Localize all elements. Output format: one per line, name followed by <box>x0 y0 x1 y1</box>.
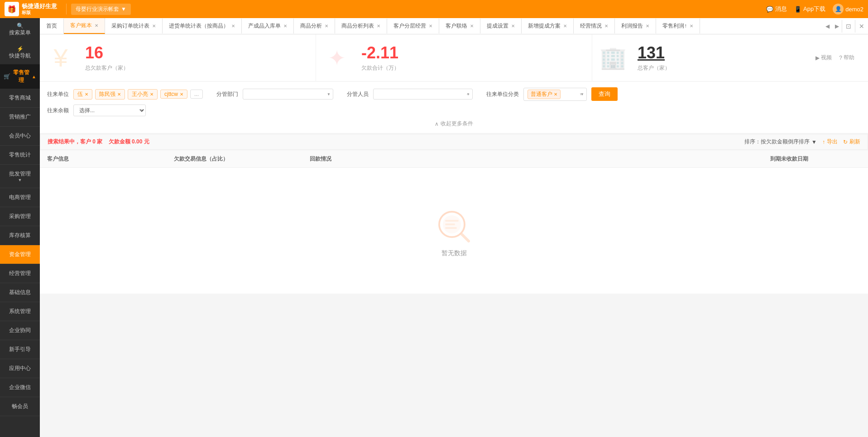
tag-remove-btn-4[interactable]: ✕ <box>180 92 183 97</box>
chevron-icon: ▲ <box>32 74 36 79</box>
export-btn[interactable]: ↑ 导出 <box>822 138 838 146</box>
workspace-dropdown[interactable]: 母婴行业演示帐套 ▼ <box>71 4 131 15</box>
tab-home[interactable]: 首页 <box>40 19 64 33</box>
tab-close-icon[interactable]: ✕ <box>604 24 608 28</box>
tab-stock-stats[interactable]: 进货单统计表（按商品） ✕ <box>163 19 242 33</box>
stat-label-1: 总欠款客户（家） <box>85 64 129 72</box>
search-button[interactable]: 查询 <box>591 87 618 101</box>
sidebar-item-system[interactable]: 系统管理 <box>0 302 40 321</box>
sidebar-item-member[interactable]: 会员中心 <box>0 127 40 146</box>
export-icon: ↑ <box>822 139 825 145</box>
svg-rect-4 <box>445 227 457 229</box>
col-header-return: 回款情况 <box>310 155 770 163</box>
tab-close-icon[interactable]: ✕ <box>377 24 380 28</box>
sidebar-item-basic-info[interactable]: 基础信息 <box>0 283 40 302</box>
table-header: 客户信息 欠款交易信息（占比） 回款情况 到期未收款日期 <box>40 151 868 168</box>
tag-remove-btn-2[interactable]: ✕ <box>117 92 121 97</box>
filter-tag-more[interactable]: ... <box>190 90 203 99</box>
sidebar-quick-nav[interactable]: ⚡ 快捷导航 <box>0 41 40 64</box>
sidebar-item-app-center[interactable]: 应用中心 <box>0 359 40 378</box>
tab-close-icon[interactable]: ✕ <box>429 24 432 28</box>
sidebar-item-purchase[interactable]: 采购管理 <box>0 207 40 226</box>
collapse-label: 收起更多条件 <box>441 120 473 128</box>
filter-dept-input[interactable] <box>243 89 333 100</box>
tab-prev-btn[interactable]: ◀ <box>823 19 832 33</box>
stat-value-3: 131 <box>638 43 670 62</box>
refresh-btn[interactable]: ↻ 刷新 <box>843 138 860 146</box>
sidebar-item-vip[interactable]: 畅会员 <box>0 397 40 416</box>
tab-close-icon[interactable]: ✕ <box>325 24 328 28</box>
stat-info-2: -2.11 欠款合计（万） <box>361 43 399 72</box>
filter-balance-wrapper: 选择... <box>73 104 146 116</box>
sidebar-item-inventory[interactable]: 库存核算 <box>0 226 40 245</box>
stat-info-1: 16 总欠款客户（家） <box>85 43 129 72</box>
collapse-row: ∧ 收起更多条件 <box>47 120 861 128</box>
sort-btn[interactable]: 排序：按欠款金额倒序排序 ▼ <box>744 138 817 146</box>
tab-add-commission[interactable]: 新增提成方案 ✕ <box>522 19 574 33</box>
tab-close-icon[interactable]: ✕ <box>152 24 156 28</box>
stat-value-1: 16 <box>85 43 129 62</box>
tag-label: 王小亮 <box>132 90 148 98</box>
tab-label: 利润报告 <box>621 22 643 30</box>
app-download-btn[interactable]: 📱 App下载 <box>794 5 825 13</box>
sidebar-item-newbie[interactable]: 新手引导 <box>0 340 40 359</box>
stat-total-customers: ¥ 16 总欠款客户（家） <box>40 34 316 81</box>
tab-close-icon[interactable]: ✕ <box>511 24 515 28</box>
tab-operations[interactable]: 经营情况 ✕ <box>574 19 615 33</box>
tab-product-analysis-list[interactable]: 商品分析列表 ✕ <box>335 19 387 33</box>
sidebar-item-retail-stats[interactable]: 零售统计 <box>0 146 40 165</box>
tab-next-btn[interactable]: ▶ <box>832 19 842 33</box>
category-tag-remove[interactable]: ✕ <box>554 92 557 97</box>
table-container: 客户信息 欠款交易信息（占比） 回款情况 到期未收款日期 <box>40 151 868 294</box>
sidebar-item-retail-mall[interactable]: 零售商城 <box>0 89 40 108</box>
tab-close-icon[interactable]: ✕ <box>95 23 98 28</box>
tab-retail-profit[interactable]: 零售利润↑ ✕ <box>656 19 700 33</box>
tab-close-icon[interactable]: ✕ <box>646 24 649 28</box>
user-avatar[interactable]: 👤 demo2 <box>833 4 863 14</box>
tab-customer-tier[interactable]: 客户分层经营 ✕ <box>387 19 439 33</box>
tab-profit-report[interactable]: 利润报告 ✕ <box>615 19 656 33</box>
tag-remove-btn-1[interactable]: ✕ <box>85 92 88 97</box>
tab-customer-contact[interactable]: 客户联络 ✕ <box>439 19 480 33</box>
tab-product-storage[interactable]: 产成品入库单 ✕ <box>242 19 294 33</box>
category-tag: 普通客户 ✕ <box>528 90 561 99</box>
no-data-icon <box>432 204 477 249</box>
sidebar-item-operations[interactable]: 经营管理 <box>0 264 40 283</box>
tab-close-icon[interactable]: ✕ <box>231 24 235 28</box>
tab-customer-ledger[interactable]: 客户账本 ✕ <box>64 18 105 34</box>
sidebar-item-label: 新手引导 <box>2 346 38 353</box>
sidebar-item-ecommerce[interactable]: 电商管理 <box>0 188 40 207</box>
collapse-btn[interactable]: ∧ 收起更多条件 <box>47 120 861 128</box>
sidebar-item-enterprise-collab[interactable]: 企业协同 <box>0 321 40 340</box>
help-btn[interactable]: ? 帮助 <box>839 54 854 62</box>
sidebar-item-label: 畅会员 <box>2 403 38 410</box>
category-tag-container[interactable]: 普通客户 ✕ ▼ <box>523 88 587 101</box>
sidebar-item-wholesale[interactable]: 批发管理 ▼ <box>0 165 40 188</box>
tab-expand-btn[interactable]: ⊡ <box>842 20 855 33</box>
filter-person-input[interactable] <box>373 89 473 100</box>
tab-purchase-order-stats[interactable]: 采购订单统计表 ✕ <box>105 19 163 33</box>
sidebar-item-label: 营销推广 <box>2 113 38 121</box>
result-debt-value: 0.00 <box>132 138 142 145</box>
tab-product-analysis[interactable]: 商品分析 ✕ <box>294 19 335 33</box>
tab-close-icon[interactable]: ✕ <box>283 24 287 28</box>
main-layout: 🔍 搜索菜单 ⚡ 快捷导航 🛒 零售管理 ▲ 零售商城 营销推广 会员中心 <box>0 18 868 437</box>
tag-remove-btn-3[interactable]: ✕ <box>150 92 153 97</box>
filter-balance-select[interactable]: 选择... <box>73 104 146 116</box>
sidebar-item-label: 零售商城 <box>2 94 38 102</box>
video-btn[interactable]: ▶ 视频 <box>815 54 832 62</box>
tab-close-icon[interactable]: ✕ <box>563 24 567 28</box>
tab-close-icon[interactable]: ✕ <box>690 24 693 28</box>
tab-commission-settings[interactable]: 提成设置 ✕ <box>480 19 522 33</box>
message-btn[interactable]: 💬 消息 <box>766 5 787 13</box>
sidebar-item-marketing[interactable]: 营销推广 <box>0 108 40 127</box>
sidebar-item-wechat[interactable]: 企业微信 <box>0 378 40 397</box>
download-icon: 📱 <box>794 6 801 13</box>
stat-icon-2: ✦ <box>323 44 350 71</box>
sidebar-search[interactable]: 🔍 搜索菜单 <box>0 18 40 41</box>
sidebar-item-finance[interactable]: 资金管理 <box>0 245 40 264</box>
tab-close-all-btn[interactable]: ✕ <box>855 20 868 33</box>
tab-close-icon[interactable]: ✕ <box>470 24 474 28</box>
content-area: 首页 客户账本 ✕ 采购订单统计表 ✕ 进货单统计表（按商品） ✕ 产成品入库单… <box>40 18 868 437</box>
filter-balance-label: 往来余额 <box>47 107 69 114</box>
